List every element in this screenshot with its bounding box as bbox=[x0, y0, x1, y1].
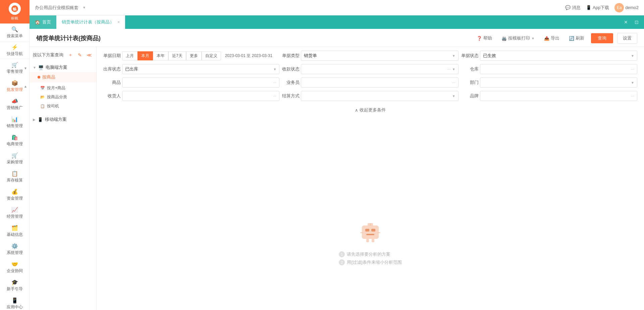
tab-home-label: 首页 bbox=[42, 19, 51, 25]
date-btn-this-year[interactable]: 本年 bbox=[153, 51, 168, 60]
page-content: 销货单统计计表(按商品) ❓ 帮助 🖨️ 按模板打印 ▼ 📤 导出 🔄 刷 bbox=[30, 29, 644, 310]
date-btn-last-month[interactable]: 上月 bbox=[122, 51, 138, 60]
dropdown-icon[interactable]: ▼ bbox=[83, 6, 86, 9]
svg-rect-8 bbox=[366, 239, 369, 242]
sidebar-item-collab[interactable]: 🤝 企业协同 bbox=[0, 258, 29, 276]
sidebar-item-marketing[interactable]: 📣 营销推广 bbox=[0, 95, 29, 113]
receipt-status-select[interactable]: ··· ▼ bbox=[301, 64, 458, 74]
brand-label: 品牌 bbox=[461, 93, 479, 99]
receipt-status-label: 收款状态 bbox=[282, 66, 300, 72]
sidebar-item-system[interactable]: ⚙️ 系统管理 bbox=[0, 240, 29, 258]
sidebar-item-finance[interactable]: 💰 资金管理 bbox=[0, 186, 29, 204]
receipt-dots: ··· bbox=[447, 67, 451, 71]
filter-item-by-category[interactable]: 📂 按商品分类 bbox=[30, 93, 96, 102]
inventory-label: 库存核算 bbox=[7, 177, 23, 183]
doc-status-select[interactable]: 已生效 ▼ bbox=[480, 51, 637, 61]
payment-select[interactable]: ▼ bbox=[301, 91, 458, 101]
sidebar-item-base[interactable]: 🗂️ 基础信息 bbox=[0, 222, 29, 240]
filter-item-by-month-goods[interactable]: 📅 按月+商品 bbox=[30, 84, 96, 93]
avatar: Ea bbox=[614, 3, 624, 12]
tab-close-all-btn[interactable]: ✕ bbox=[621, 17, 631, 27]
brand-input[interactable]: ··· bbox=[480, 91, 637, 101]
tab-close-btn[interactable]: × bbox=[117, 20, 120, 24]
date-btn-this-month[interactable]: 本月 bbox=[138, 51, 153, 60]
warehouse-input[interactable]: ··· bbox=[480, 64, 637, 74]
retail-icon: 🛒 bbox=[11, 62, 18, 68]
date-btn-custom[interactable]: 自定义 bbox=[202, 51, 221, 60]
sidebar-item-biz[interactable]: 📈 经营管理 bbox=[0, 204, 29, 222]
retail-label: 零售管理 bbox=[7, 69, 23, 74]
sidebar-item-wholesale[interactable]: 📦 批发管理 ▲ bbox=[0, 77, 29, 95]
salesperson-cell: 业务员 ··· bbox=[282, 78, 458, 88]
app-download-btn[interactable]: 📱 App下载 bbox=[586, 5, 609, 11]
sidebar-item-retail[interactable]: 🛒 零售管理 ▼ bbox=[0, 59, 29, 77]
receiver-cell: 收货人 ··· bbox=[103, 91, 279, 101]
doc-status-label: 单据状态 bbox=[461, 53, 479, 59]
date-btn-more[interactable]: 更多 bbox=[186, 51, 202, 60]
tab-sales-stats[interactable]: 销货单统计计表（按商品） × bbox=[56, 15, 125, 29]
dept-select[interactable]: ▼ bbox=[480, 78, 637, 88]
empty-state: 1 请先选择要分析的方案 2 用[过滤]条件来缩小分析范围 bbox=[97, 169, 644, 310]
help-btn[interactable]: ❓ 帮助 bbox=[474, 34, 495, 43]
filter-group-pc-header[interactable]: ▼ 🖥️ 电脑端方案 bbox=[30, 63, 96, 72]
query-btn[interactable]: 查询 bbox=[591, 33, 613, 43]
base-label: 基础信息 bbox=[7, 232, 23, 238]
query-label: 查询 bbox=[598, 36, 606, 41]
sidebar-item-guide[interactable]: 🎓 新手引导 bbox=[0, 276, 29, 295]
collapse-more-btn[interactable]: ∧ 收起更多条件 bbox=[103, 104, 637, 116]
filter-group-pc: ▼ 🖥️ 电脑端方案 按商品 📅 按月+商品 � bbox=[30, 61, 96, 113]
empty-hints: 1 请先选择要分析的方案 2 用[过滤]条件来缩小分析范围 bbox=[339, 251, 401, 265]
filter-group-mobile-header[interactable]: ▶ 📱 移动端方案 bbox=[30, 115, 96, 124]
msg-btn[interactable]: 💬 消息 bbox=[565, 5, 581, 11]
date-btn-7days[interactable]: 近7天 bbox=[168, 51, 186, 60]
print-btn[interactable]: 🖨️ 按模板打印 ▼ bbox=[499, 34, 537, 43]
sidebar-item-ecom[interactable]: 🛍️ 电商管理 bbox=[0, 132, 29, 150]
salesperson-label: 业务员 bbox=[282, 80, 300, 86]
sidebar-item-appstore[interactable]: 📱 应用中心 bbox=[0, 295, 29, 310]
sidebar-item-sales[interactable]: 📊 销售管理 bbox=[0, 113, 29, 132]
date-label: 单据日期 bbox=[103, 53, 121, 59]
settings-btn[interactable]: 设置 bbox=[617, 33, 637, 44]
app-label: App下载 bbox=[593, 5, 609, 11]
guide-label: 新手引导 bbox=[7, 286, 23, 292]
collapse-label: 收起更多条件 bbox=[360, 107, 386, 113]
salesperson-input[interactable]: ··· bbox=[301, 78, 458, 88]
svg-rect-5 bbox=[366, 234, 374, 235]
out-status-select[interactable]: 已出库 ▼ bbox=[122, 64, 279, 74]
tab-home[interactable]: 🏠 首页 bbox=[30, 15, 56, 29]
svg-rect-7 bbox=[378, 232, 380, 233]
msg-icon: 💬 bbox=[565, 5, 571, 10]
tab-expand-btn[interactable]: ⊡ bbox=[632, 17, 641, 27]
sidebar-item-inventory[interactable]: 📋 库存核算 bbox=[0, 168, 29, 186]
filter-item-by-driver[interactable]: 📋 按司机 bbox=[30, 102, 96, 111]
topbar: 办公用品行业模拟账套 ▼ 💬 消息 📱 App下载 Ea demo2 bbox=[30, 0, 644, 15]
refresh-label: 刷新 bbox=[576, 35, 584, 41]
sidebar-item-purchase[interactable]: 🛒 采购管理 bbox=[0, 150, 29, 168]
industry-label: 办公用品行业模拟账套 bbox=[35, 5, 78, 11]
tab-active-label: 销货单统计计表（按商品） bbox=[62, 19, 114, 25]
quick-nav-item[interactable]: ⚡ 快捷导航 bbox=[0, 42, 29, 59]
main-area: 办公用品行业模拟账套 ▼ 💬 消息 📱 App下载 Ea demo2 🏠 首页 … bbox=[30, 0, 644, 310]
topbar-left: 办公用品行业模拟账套 ▼ bbox=[35, 5, 86, 11]
edit-scheme-btn[interactable]: ✎ bbox=[76, 51, 84, 59]
out-status-cell: 出库状态 已出库 ▼ bbox=[103, 64, 279, 74]
empty-hint-1: 1 请先选择要分析的方案 bbox=[339, 251, 401, 257]
svg-rect-6 bbox=[360, 232, 363, 233]
refresh-btn[interactable]: 🔄 刷新 bbox=[566, 34, 587, 43]
search-menu-label: 搜索菜单 bbox=[7, 33, 23, 39]
filter-group-mobile: ▶ 📱 移动端方案 bbox=[30, 113, 96, 125]
warehouse-dots: ··· bbox=[631, 67, 634, 71]
user-profile[interactable]: Ea demo2 bbox=[614, 3, 639, 12]
export-btn[interactable]: 📤 导出 bbox=[541, 34, 562, 43]
doc-type-select[interactable]: 销货单 ▼ bbox=[301, 51, 458, 61]
receiver-input[interactable]: ··· bbox=[122, 91, 279, 101]
collapse-sidebar-btn[interactable]: ≪ bbox=[86, 51, 93, 59]
doc-type-cell: 单据类型 销货单 ▼ bbox=[282, 51, 458, 61]
pc-group-icon: 🖥️ bbox=[38, 65, 44, 70]
filter-item-by-goods[interactable]: 按商品 bbox=[30, 72, 96, 82]
finance-label: 资金管理 bbox=[7, 196, 23, 201]
goods-input[interactable]: ··· bbox=[122, 78, 279, 88]
hint-num-2: 2 bbox=[339, 259, 345, 265]
search-menu-item[interactable]: 🔍 搜索菜单 bbox=[0, 23, 29, 42]
add-scheme-btn[interactable]: ＋ bbox=[67, 51, 74, 59]
